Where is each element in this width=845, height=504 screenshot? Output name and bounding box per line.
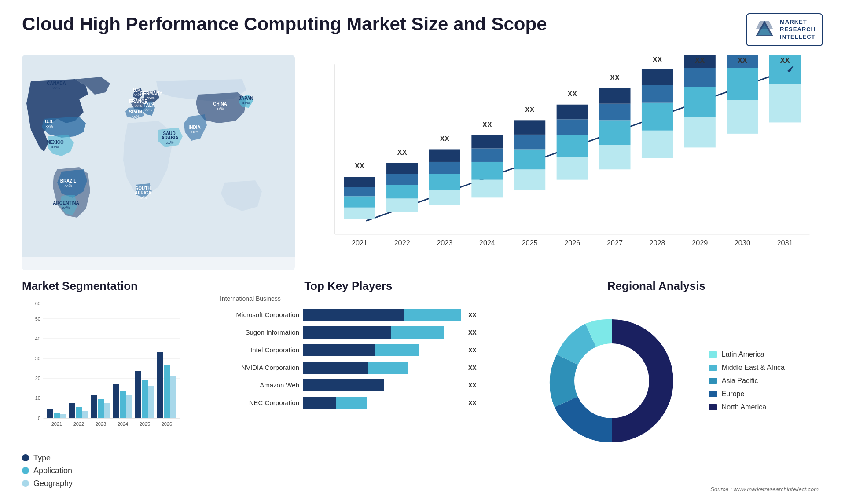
svg-text:xx%: xx% — [147, 96, 154, 100]
svg-text:XX: XX — [567, 90, 577, 98]
svg-rect-77 — [642, 85, 673, 103]
player-row-sugon: Sugon Information XX — [220, 326, 477, 339]
svg-text:xx%: xx% — [166, 140, 173, 145]
player-bar-dark — [303, 362, 368, 374]
svg-text:xx%: xx% — [51, 145, 59, 149]
svg-rect-43 — [344, 177, 375, 187]
player-value-intel: XX — [468, 347, 477, 354]
svg-text:ARABIA: ARABIA — [162, 135, 179, 140]
svg-rect-61 — [514, 149, 545, 169]
svg-rect-137 — [148, 386, 154, 418]
svg-text:xx%: xx% — [45, 124, 53, 128]
svg-text:xx%: xx% — [64, 183, 72, 188]
player-value-nec: XX — [468, 399, 477, 406]
svg-text:xx%: xx% — [139, 195, 147, 200]
svg-rect-40 — [344, 207, 375, 218]
player-value-nvidia: XX — [468, 364, 477, 371]
svg-rect-53 — [429, 149, 460, 161]
svg-text:2022: 2022 — [394, 239, 410, 247]
svg-text:XX: XX — [482, 120, 492, 128]
svg-text:XX: XX — [355, 162, 364, 170]
seg-chart-svg: 0 10 20 30 40 50 60 — [22, 299, 189, 440]
svg-text:xx%: xx% — [144, 108, 152, 112]
svg-rect-76 — [642, 102, 673, 130]
svg-rect-135 — [135, 371, 141, 418]
svg-rect-124 — [76, 407, 82, 418]
legend-type: Type — [22, 453, 207, 463]
bar-2028: XX — [642, 55, 673, 158]
svg-rect-136 — [142, 380, 148, 418]
svg-text:XX: XX — [653, 55, 662, 63]
svg-text:INDIA: INDIA — [188, 125, 200, 130]
svg-rect-57 — [471, 148, 503, 162]
svg-rect-82 — [684, 68, 716, 87]
svg-rect-63 — [514, 120, 545, 135]
player-name-sugon: Sugon Information — [220, 329, 299, 336]
legend-europe-label: Europe — [722, 390, 745, 398]
player-bar-light — [368, 362, 408, 374]
legend-asia-pacific: Asia Pacific — [709, 377, 785, 385]
legend-geography-dot — [22, 480, 29, 487]
svg-text:20: 20 — [35, 376, 40, 381]
player-bar-microsoft — [303, 309, 461, 321]
svg-rect-42 — [344, 187, 375, 196]
bar-2026: XX — [557, 90, 588, 179]
player-name-microsoft: Microsoft Corporation — [220, 311, 299, 318]
legend-north-america: North America — [709, 403, 785, 411]
svg-text:JAPAN: JAPAN — [239, 96, 253, 101]
logo-area: MARKET RESEARCH INTELLECT — [746, 13, 823, 46]
svg-text:SPAIN: SPAIN — [129, 110, 142, 114]
player-row-intel: Intel Corporation XX — [220, 344, 477, 356]
bar-2025: XX — [514, 106, 545, 190]
player-bar-light — [336, 397, 367, 409]
players-section: Top Key Players International Business M… — [220, 279, 477, 495]
svg-text:BRAZIL: BRAZIL — [60, 179, 77, 183]
svg-text:XX: XX — [695, 56, 705, 64]
svg-rect-78 — [642, 69, 673, 85]
svg-text:XX: XX — [738, 56, 747, 64]
player-row-nec: NEC Corporation XX — [220, 397, 477, 409]
seg-legend: Type Application Geography — [22, 453, 207, 488]
svg-rect-120 — [54, 413, 60, 418]
svg-text:2021: 2021 — [352, 239, 367, 247]
svg-text:MEXICO: MEXICO — [46, 140, 64, 145]
player-bar-amazon — [303, 379, 461, 391]
svg-rect-81 — [684, 87, 716, 117]
svg-rect-71 — [599, 120, 630, 145]
svg-text:XX: XX — [610, 73, 620, 81]
player-value-sugon: XX — [468, 329, 477, 336]
bar-2029 — [684, 55, 716, 147]
regional-section: Regional Analysis — [490, 279, 823, 495]
svg-text:GERMANY: GERMANY — [140, 91, 162, 96]
legend-asia-pacific-label: Asia Pacific — [722, 377, 758, 385]
logo-text: MARKET RESEARCH INTELLECT — [780, 18, 816, 41]
svg-text:XX: XX — [525, 106, 535, 113]
player-bar-light — [391, 326, 444, 339]
legend-application-dot — [22, 467, 29, 474]
page-title: Cloud High Performance Computing Market … — [22, 13, 547, 35]
donut-chart-svg — [528, 297, 695, 464]
page-container: Cloud High Performance Computing Market … — [0, 0, 845, 504]
legend-middle-east-color — [709, 365, 717, 371]
svg-text:50: 50 — [35, 316, 40, 321]
svg-rect-56 — [471, 162, 503, 180]
svg-text:2028: 2028 — [649, 239, 665, 247]
svg-text:xx%: xx% — [191, 130, 198, 134]
bar-2024: XX — [471, 120, 503, 197]
bar-2031 — [769, 55, 801, 122]
svg-rect-46 — [386, 185, 418, 199]
player-value-microsoft: XX — [468, 311, 477, 318]
svg-text:CHINA: CHINA — [213, 102, 227, 106]
player-bar-nec — [303, 397, 461, 409]
regional-legend: Latin America Middle East & Africa Asia … — [709, 351, 785, 411]
svg-rect-47 — [386, 174, 418, 185]
svg-rect-80 — [684, 117, 716, 147]
world-map-container: CANADA xx% U.S. xx% MEXICO xx% BRAZIL xx… — [22, 55, 295, 270]
svg-rect-67 — [557, 119, 588, 135]
legend-europe: Europe — [709, 390, 785, 398]
legend-middle-east-africa: Middle East & Africa — [709, 364, 785, 372]
svg-rect-89 — [769, 84, 801, 122]
svg-text:2030: 2030 — [735, 239, 750, 247]
svg-text:0: 0 — [38, 416, 40, 421]
svg-rect-52 — [429, 162, 460, 174]
